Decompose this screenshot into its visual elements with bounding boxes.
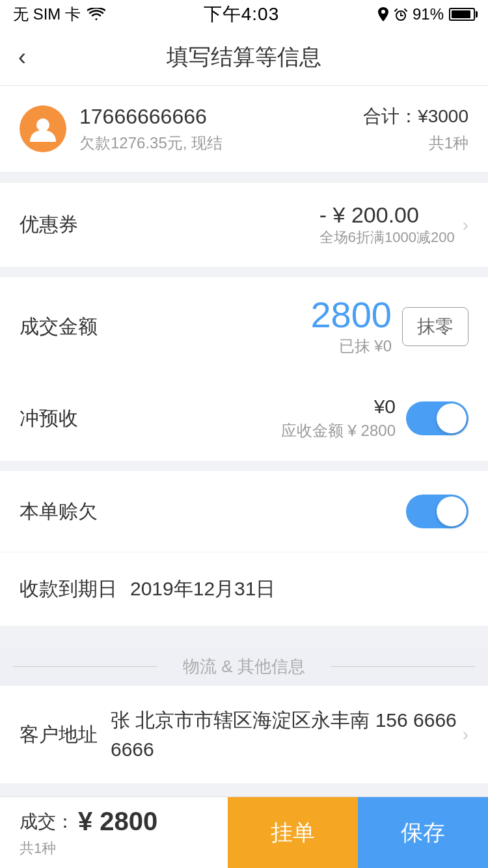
customer-info: 17666666666 欠款1276.35元, 现结 — [79, 105, 223, 154]
battery-icon — [449, 8, 475, 21]
page-header: ‹ 填写结算等信息 — [0, 29, 488, 86]
deal-amount-value: 2800 — [310, 297, 392, 333]
logistics-divider-text: 物流 & 其他信息 — [183, 655, 305, 678]
section-divider-3 — [0, 626, 488, 636]
bottom-deal-label: 成交： — [20, 809, 74, 834]
avatar — [20, 105, 66, 152]
deal-amount-row: 成交金额 2800 已抹 ¥0 抹零 — [20, 277, 468, 376]
content: 17666666666 欠款1276.35元, 现结 合计：¥3000 共1种 … — [0, 86, 488, 868]
save-button[interactable]: 保存 — [358, 797, 488, 869]
coupon-desc: 全场6折满1000减200 — [319, 228, 455, 247]
page-title: 填写结算等信息 — [167, 42, 321, 72]
logistics-left-line — [13, 666, 157, 667]
address-row[interactable]: 客户地址 张 北京市市辖区海淀区永丰南 156 6666 6666 › — [0, 686, 488, 783]
alarm-icon — [394, 7, 407, 21]
status-left: 无 SIM 卡 — [13, 4, 105, 25]
address-value: 张 北京市市辖区海淀区永丰南 156 6666 6666 — [111, 705, 463, 764]
customer-right: 合计：¥3000 共1种 — [363, 104, 468, 154]
credit-toggle[interactable] — [406, 495, 468, 528]
coupon-label: 优惠券 — [20, 211, 78, 238]
customer-phone: 17666666666 — [79, 105, 223, 129]
battery-percent: 91% — [413, 5, 444, 23]
customer-count: 共1种 — [363, 133, 468, 154]
bottom-left: 成交： ¥ 2800 共1种 — [0, 807, 228, 858]
due-date-label: 收款到期日 — [20, 576, 117, 603]
carrier-text: 无 SIM 卡 — [13, 4, 81, 25]
logistics-right-line — [331, 666, 475, 667]
toggle-knob — [437, 403, 467, 433]
coupon-right: - ¥ 200.00 全场6折满1000减200 › — [319, 202, 468, 247]
customer-card: 17666666666 欠款1276.35元, 现结 合计：¥3000 共1种 — [0, 86, 488, 172]
prepay-row: 冲预收 ¥0 应收金额 ¥ 2800 — [20, 376, 468, 461]
prepay-section: 冲预收 ¥0 应收金额 ¥ 2800 — [0, 376, 488, 461]
prepay-amounts: ¥0 应收金额 ¥ 2800 — [281, 396, 396, 441]
prepay-toggle[interactable] — [406, 401, 468, 435]
coupon-chevron-icon: › — [463, 215, 468, 236]
deal-amount-section: 成交金额 2800 已抹 ¥0 抹零 — [0, 277, 488, 376]
section-divider-1 — [0, 267, 488, 277]
status-bar: 无 SIM 卡 下午4:03 91% — [0, 0, 488, 29]
wifi-icon — [87, 8, 105, 21]
hang-order-button[interactable]: 挂单 — [228, 797, 358, 869]
prepay-amount-value: ¥0 — [281, 396, 396, 418]
logistics-divider: 物流 & 其他信息 — [0, 647, 488, 686]
due-date-row: 收款到期日 2019年12月31日 — [0, 552, 488, 626]
round-zero-button[interactable]: 抹零 — [402, 307, 468, 346]
status-time: 下午4:03 — [204, 2, 280, 27]
bottom-deal: 成交： ¥ 2800 — [20, 807, 228, 836]
bottom-deal-amount: ¥ 2800 — [78, 807, 157, 836]
bottom-count: 共1种 — [20, 839, 228, 858]
prepay-label: 冲预收 — [20, 405, 78, 432]
credit-label: 本单赊欠 — [20, 498, 98, 525]
coupon-amount: - ¥ 200.00 — [319, 202, 455, 228]
due-date-value: 2019年12月31日 — [130, 576, 275, 603]
address-label: 客户地址 — [20, 722, 98, 748]
section-divider-2 — [0, 461, 488, 471]
credit-row: 本单赊欠 — [0, 471, 488, 552]
already-round-text: 已抹 ¥0 — [310, 336, 392, 357]
status-right: 91% — [377, 5, 475, 23]
customer-debt: 欠款1276.35元, 现结 — [79, 133, 223, 154]
user-avatar-icon — [27, 113, 59, 144]
coupon-row[interactable]: 优惠券 - ¥ 200.00 全场6折满1000减200 › — [0, 182, 488, 267]
deal-amount-right: 2800 已抹 ¥0 抹零 — [98, 297, 468, 357]
address-chevron-icon: › — [463, 724, 468, 745]
location-icon — [377, 7, 389, 21]
prepay-right: ¥0 应收金额 ¥ 2800 — [78, 396, 468, 441]
customer-total: 合计：¥3000 — [363, 104, 468, 129]
svg-point-3 — [36, 118, 49, 131]
customer-left: 17666666666 欠款1276.35元, 现结 — [20, 105, 223, 154]
deal-sub: 2800 已抹 ¥0 — [310, 297, 392, 357]
back-button[interactable]: ‹ — [18, 44, 26, 71]
credit-toggle-knob — [437, 496, 467, 526]
deal-amount-label: 成交金额 — [20, 314, 98, 340]
bottom-bar: 成交： ¥ 2800 共1种 挂单 保存 — [0, 796, 488, 868]
prepay-receivable-text: 应收金额 ¥ 2800 — [281, 420, 396, 441]
